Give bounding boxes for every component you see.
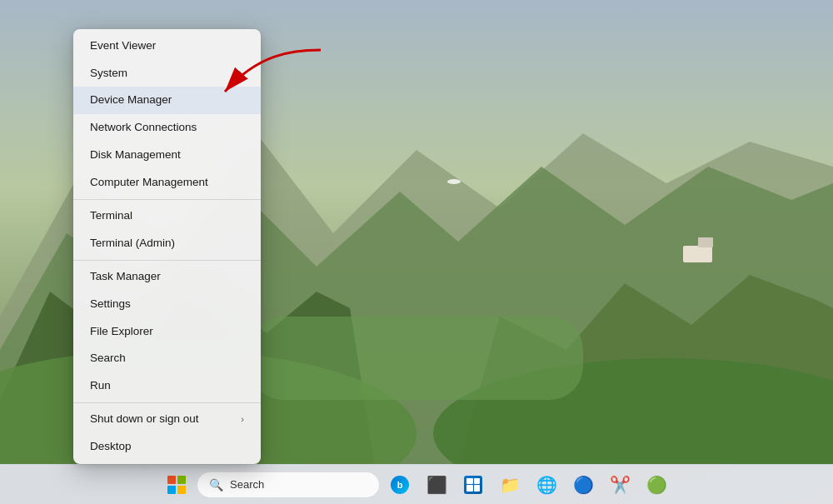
menu-item-label-device-manager: Device Manager [90, 92, 172, 108]
bing-icon: b [391, 476, 409, 494]
svg-rect-7 [250, 317, 583, 400]
win-logo-yellow [177, 486, 186, 494]
menu-chevron-shutdown: › [241, 413, 244, 426]
snipping-tool-button[interactable]: ✂️ [603, 468, 636, 502]
menu-item-device-manager[interactable]: Device Manager [73, 87, 261, 114]
menu-item-label-desktop: Desktop [90, 439, 132, 455]
menu-item-event-viewer[interactable]: Event Viewer [73, 32, 261, 60]
menu-item-network-connections[interactable]: Network Connections [73, 114, 261, 142]
menu-item-system[interactable]: System [73, 60, 261, 87]
menu-divider [73, 199, 261, 200]
menu-item-terminal-admin[interactable]: Terminal (Admin) [73, 230, 261, 257]
menu-item-disk-management[interactable]: Disk Management [73, 142, 261, 169]
menu-item-label-disk-management: Disk Management [90, 147, 181, 163]
menu-item-file-explorer[interactable]: File Explorer [73, 318, 261, 346]
menu-item-search[interactable]: Search [73, 345, 261, 372]
start-button[interactable] [160, 468, 193, 502]
context-menu: Event ViewerSystemDevice ManagerNetwork … [73, 29, 261, 464]
menu-item-label-terminal: Terminal [90, 208, 132, 224]
widgets-icon [464, 476, 482, 494]
menu-item-label-computer-management: Computer Management [90, 175, 208, 191]
menu-divider [73, 402, 261, 403]
svg-rect-8 [683, 246, 712, 262]
browser2-icon: 🟢 [646, 475, 667, 495]
menu-item-task-manager[interactable]: Task Manager [73, 263, 261, 291]
menu-item-label-run: Run [90, 378, 111, 394]
file-explorer-button[interactable]: 📁 [493, 468, 526, 502]
menu-item-label-task-manager: Task Manager [90, 269, 161, 285]
menu-item-settings[interactable]: Settings [73, 291, 261, 318]
chrome-icon: 🔵 [573, 475, 594, 495]
menu-item-label-terminal-admin: Terminal (Admin) [90, 236, 175, 252]
menu-item-label-search: Search [90, 351, 126, 367]
file-explorer-icon: 📁 [500, 475, 521, 495]
browser2-button[interactable]: 🟢 [640, 468, 673, 502]
windows-logo [167, 476, 186, 494]
taskbar-search-label: Search [230, 478, 264, 491]
copilot-button[interactable]: b [383, 468, 416, 502]
taskbar-search-bar[interactable]: 🔍 Search [197, 472, 380, 498]
svg-point-10 [447, 179, 461, 184]
snipping-tool-icon: ✂️ [610, 475, 631, 495]
win-logo-red [167, 476, 176, 484]
menu-item-computer-management[interactable]: Computer Management [73, 169, 261, 197]
chrome-button[interactable]: 🔵 [566, 468, 600, 502]
edge-button[interactable]: 🌐 [530, 468, 563, 502]
menu-item-terminal[interactable]: Terminal [73, 202, 261, 230]
menu-item-label-network-connections: Network Connections [90, 120, 197, 136]
menu-item-label-system: System [90, 66, 127, 82]
win-logo-blue [167, 486, 176, 494]
taskbar: 🔍 Search b ⬛ 📁 🌐 [0, 464, 833, 504]
menu-item-desktop[interactable]: Desktop [73, 433, 261, 461]
menu-item-label-settings: Settings [90, 297, 131, 312]
task-view-icon: ⬛ [426, 475, 447, 495]
widgets-button[interactable] [456, 468, 490, 502]
edge-icon: 🌐 [536, 475, 557, 495]
menu-item-shutdown[interactable]: Shut down or sign out› [73, 406, 261, 433]
menu-divider [73, 260, 261, 261]
task-view-button[interactable]: ⬛ [420, 468, 453, 502]
menu-item-label-file-explorer: File Explorer [90, 324, 153, 340]
menu-item-run[interactable]: Run [73, 372, 261, 400]
svg-rect-9 [698, 237, 713, 247]
menu-item-label-shutdown: Shut down or sign out [90, 412, 199, 427]
menu-item-label-event-viewer: Event Viewer [90, 38, 156, 54]
taskbar-search-icon: 🔍 [209, 478, 223, 492]
win-logo-green [177, 476, 186, 484]
